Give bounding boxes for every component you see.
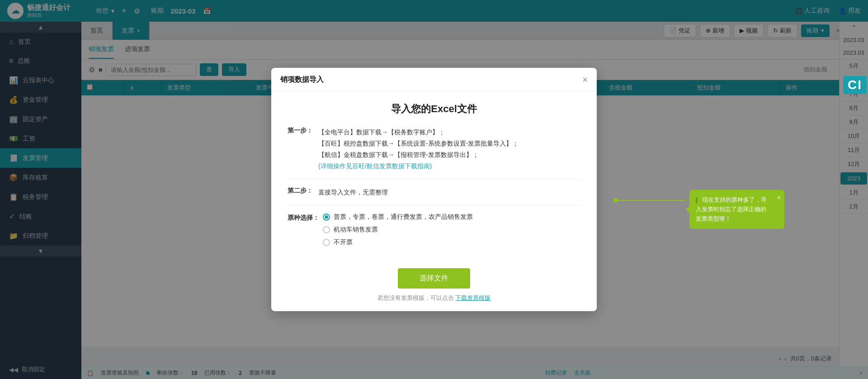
modal-header: 销项数据导入 × (271, 68, 597, 91)
step1-label: 第一步： (288, 127, 313, 172)
tooltip-arrow (686, 206, 689, 213)
tooltip-text: 现在支持的票种多了，导入发票时别忘了选择正确的发票类型呀！ (696, 196, 767, 222)
tooltip-container: 现在支持的票种多了，导入发票时别忘了选择正确的发票类型呀！ × (689, 190, 784, 229)
radio-group: 普票，专票，卷票，通行费发票，农产品销售发票 机动车销售发票 不开票 (323, 213, 473, 246)
radio-label-2: 机动车销售发票 (334, 226, 378, 234)
download-template-link[interactable]: 下载发票模版 (455, 294, 491, 301)
radio-label-3: 不开票 (334, 238, 353, 246)
modal-footer: 选择文件 若您没有发票模版，可以点击 下载发票模版 (271, 261, 597, 311)
modal-note: 若您没有发票模版，可以点击 下载发票模版 (288, 294, 580, 302)
ci-badge: CI (843, 76, 867, 94)
radio-circle-2 (323, 226, 330, 233)
modal-close-button[interactable]: × (582, 75, 588, 84)
step2-label: 第二步： (288, 187, 313, 198)
step1-line3: 【航信】金税盘数据下载→【报税管理-发票数据导出】； (318, 149, 519, 161)
radio-circle-3 (323, 239, 330, 246)
step2-content: 直接导入文件，无需整理 (318, 187, 388, 198)
tooltip-close-button[interactable]: × (777, 193, 781, 203)
modal-overlay: 销项数据导入 × 导入您的Excel文件 第一步： 【全电平台】数据下载→【税务… (0, 0, 868, 379)
radio-option-1[interactable]: 普票，专票，卷票，通行费发票，农产品销售发票 (323, 213, 473, 221)
tooltip-bar (696, 197, 698, 204)
radio-label-1: 普票，专票，卷票，通行费发票，农产品销售发票 (334, 213, 473, 221)
step1-row: 第一步： 【全电平台】数据下载→【税务数字账户】； 【百旺】税控盘数据下载→【系… (288, 127, 580, 172)
tooltip-bubble: 现在支持的票种多了，导入发票时别忘了选择正确的发票类型呀！ × (689, 190, 784, 229)
radio-option-2[interactable]: 机动车销售发票 (323, 226, 473, 234)
step1-content: 【全电平台】数据下载→【税务数字账户】； 【百旺】税控盘数据下载→【系统设置-系… (318, 127, 519, 172)
tooltip-dot (613, 198, 618, 203)
modal-body: 导入您的Excel文件 第一步： 【全电平台】数据下载→【税务数字账户】； 【百… (271, 91, 597, 261)
divider2 (288, 205, 580, 206)
import-modal: 销项数据导入 × 导入您的Excel文件 第一步： 【全电平台】数据下载→【税务… (271, 68, 597, 312)
ticket-select-label: 票种选择： (288, 214, 319, 222)
modal-title: 销项数据导入 (280, 75, 324, 85)
select-file-button[interactable]: 选择文件 (398, 268, 470, 289)
step1-link[interactable]: (详细操作见百旺/航信发票数据下载指南) (318, 161, 519, 172)
radio-dot-1 (325, 215, 328, 219)
step1-line2: 【百旺】税控盘数据下载→【系统设置-系统参数设置-发票批量导入】； (318, 138, 519, 149)
radio-option-3[interactable]: 不开票 (323, 238, 473, 246)
radio-circle-1 (323, 213, 330, 221)
step2-row: 第二步： 直接导入文件，无需整理 (288, 187, 580, 198)
step1-line1: 【全电平台】数据下载→【税务数字账户】； (318, 127, 519, 138)
ticket-select-row: 票种选择： 普票，专票，卷票，通行费发票，农产品销售发票 机动车销售发票 (288, 213, 580, 246)
divider1 (288, 179, 580, 180)
tooltip-line (618, 200, 686, 201)
modal-main-title: 导入您的Excel文件 (288, 102, 580, 116)
